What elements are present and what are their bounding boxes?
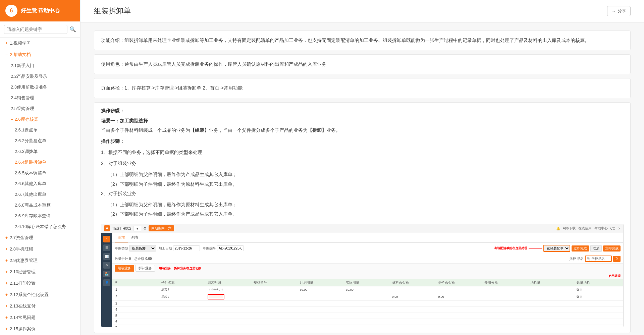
sidebar-item-stocktake[interactable]: 2.6.1盘点单 — [0, 125, 80, 135]
ss-lower-col-actual-usage: 实际用量 — [345, 280, 390, 285]
sidebar-item-customize[interactable]: + 2.12系统个性化设置 — [0, 289, 80, 300]
ss-sidebar-home[interactable]: ⌂ — [103, 236, 110, 242]
ss-select-type[interactable]: 组装拆卸 — [129, 245, 156, 252]
ss-field-date: 加工日期 — [159, 245, 200, 251]
ss-help-center: 帮助中心 — [594, 226, 608, 231]
sidebar-item-other-out[interactable]: 2.6.7其他出库单 — [0, 189, 80, 200]
ss-input-no[interactable] — [217, 245, 244, 251]
sidebar-item-videos[interactable]: + 1.视频学习 — [0, 38, 80, 49]
ss-lower-col-mat-amount: 材料总金额 — [391, 280, 436, 285]
ss-label-no: 单据编号 — [203, 246, 216, 251]
ss-label-type: 单据类型 — [115, 246, 128, 251]
ss-row-delete[interactable]: ✕ — [580, 288, 582, 292]
ss-sidebar-list[interactable]: ☰ — [103, 244, 110, 251]
ss-period-selector[interactable]: ▼ — [133, 226, 141, 231]
ss-bell-icon: 🔔 — [556, 227, 560, 230]
sidebar-item-install[interactable]: 2.2产品安装及登录 — [0, 71, 80, 82]
plus-icon: + — [5, 304, 8, 309]
ss-settings-icon: ⚙ — [143, 226, 147, 231]
step2-2: （2）下部明细为子件明细，最终作为原材料生成其它出库单。 — [108, 180, 624, 188]
sidebar-item-other-in[interactable]: 2.6.6其他入库单 — [0, 178, 80, 189]
ss-apply-btn[interactable]: 立 — [613, 256, 621, 262]
ss-topbar: 6 TEST-H002 ▼ ⚙ 同期期间一六 🔔 App下载 在线使用 帮助中心… — [101, 224, 623, 233]
ss-lower-col-plan-usage: 计划用量 — [299, 280, 344, 285]
ss-lower-input[interactable] — [208, 294, 224, 299]
ss-annotation-config: 有装配清单的在这里处理 — [494, 246, 527, 250]
step3: 3、对于拆装业务 — [101, 189, 624, 198]
sidebar-item-cases[interactable]: + 2.15操作案例 — [0, 323, 80, 335]
sidebar-item-cost-adjust[interactable]: 2.6.5成本调整单 — [0, 168, 80, 178]
ss-tab-new[interactable]: 新增 — [115, 233, 128, 242]
ss-row-copy-2[interactable]: ⧉ — [577, 295, 579, 299]
sidebar-item-transfer[interactable]: 2.6.3调拨单 — [0, 146, 80, 157]
ss-apply-annotation-row: 启用处理 — [112, 273, 623, 279]
ss-lower-row-1: 1 黑粒1 （小手+小） 30.00 30.00 — [112, 286, 623, 293]
plus-icon: + — [5, 41, 8, 46]
ss-sidebar-graph[interactable]: 📊 — [103, 253, 110, 260]
nav-section: + 1.视频学习 − 2.帮助文档 2.1新手入门 2.2产品安装及登录 2.3… — [0, 38, 80, 335]
sidebar-item-ledger-query[interactable]: 2.6.9库存账本查询 — [0, 211, 80, 221]
search-button[interactable]: 🔍 — [69, 26, 76, 33]
sidebar-item-label: 2.8手机旺铺 — [10, 246, 33, 252]
plus-icon: + — [5, 281, 8, 286]
ss-app-logo: 6 — [104, 225, 110, 231]
ss-disassembly-btn[interactable]: 拆卸业务 — [136, 265, 155, 272]
ss-orange-period-btn[interactable]: 同期期间一六 — [149, 225, 174, 231]
ss-lower-col-consume: 消耗量 — [530, 280, 574, 285]
sidebar-item-payment[interactable]: + 2.13在线支付 — [0, 300, 80, 312]
ss-assembly-btn[interactable]: 组装业务 — [115, 265, 134, 272]
sidebar-item-sales[interactable]: 2.4销售管理 — [0, 93, 80, 103]
sidebar-item-ledger-wrong[interactable]: 2.6.10库存账本错了怎么办 — [0, 221, 80, 232]
ss-topbar-left: 6 TEST-H002 ▼ ⚙ 同期期间一六 — [104, 225, 174, 231]
sidebar-item-label: 1.视频学习 — [10, 40, 31, 46]
ss-sidebar-settings[interactable]: ⚙ — [103, 262, 110, 269]
ss-sidebar: ⌂ ☰ 📊 ⚙ 🏪 👤 — [101, 233, 112, 327]
plus-icon: + — [5, 247, 8, 252]
ss-select-config[interactable]: 选择装配单 — [543, 245, 570, 252]
sidebar-item-faq[interactable]: + 2.14常见问题 — [0, 312, 80, 323]
search-bar: 🔍 — [0, 21, 80, 38]
ss-type-selector: 组装业务 拆卸业务 组装业务、拆卸业务在这里切换 — [112, 264, 623, 273]
ss-annotation-apply: 启用处理 — [608, 274, 621, 278]
minus-icon-small: − — [11, 117, 13, 122]
sidebar-item-assembly[interactable]: 2.6.4组装拆卸单 — [0, 157, 80, 168]
sidebar-item-operations[interactable]: + 2.10经营管理 — [0, 266, 80, 278]
share-label: 分享 — [618, 8, 626, 14]
ss-confirm-btn[interactable]: 立即完成 — [572, 245, 589, 252]
sidebar-item-cost-recalc[interactable]: 2.6.8商品成本重算 — [0, 200, 80, 211]
share-button[interactable]: → 分享 — [607, 6, 631, 16]
annotation-line-1 — [529, 248, 542, 248]
sidebar-item-help-docs[interactable]: − 2.帮助文档 — [0, 49, 80, 60]
search-input[interactable] — [4, 25, 67, 34]
main-header: 组装拆卸单 → 分享 — [80, 0, 644, 22]
sidebar-item-new-user[interactable]: 2.1新手入门 — [0, 60, 80, 71]
ss-row-copy[interactable]: ⧉ — [577, 288, 579, 292]
sidebar-item-mobile[interactable]: + 2.8手机旺铺 — [0, 243, 80, 255]
role-block: 使用角色：通常由生产人员或库管人员完成拆装业务的操作，库管人员确认原材料的出库和… — [94, 54, 631, 74]
app-logo: 6 — [5, 5, 17, 17]
ss-input-date[interactable] — [173, 245, 200, 251]
ss-lower-row-4: 4 — [112, 307, 623, 313]
ss-lower-col-unit-amount: 单价总金额 — [437, 280, 482, 285]
ss-row-delete-2[interactable]: ✕ — [580, 295, 582, 299]
sidebar-item-print[interactable]: + 2.11打印设置 — [0, 278, 80, 289]
sidebar-item-label: 2.13在线支付 — [10, 303, 36, 309]
sidebar-item-fund[interactable]: + 2.7资金管理 — [0, 232, 80, 243]
share-icon: → — [611, 8, 616, 14]
ss-cancel-btn[interactable]: 取消 — [590, 245, 602, 252]
ss-right-field-area: 货柜 品名 立 — [569, 256, 621, 262]
sidebar-item-coupon[interactable]: + 2.9优惠券管理 — [0, 255, 80, 266]
ss-save-btn[interactable]: 立即完成 — [603, 245, 621, 252]
role-text: 使用角色：通常由生产人员或库管人员完成拆装业务的操作，库管人员确认原材料的出库和… — [101, 61, 326, 67]
ss-right-field-input[interactable] — [585, 256, 612, 262]
sidebar-item-purchase[interactable]: 2.5采购管理 — [0, 103, 80, 114]
ss-tab-list[interactable]: 列表 — [128, 233, 142, 242]
ss-sidebar-store[interactable]: 🏪 — [103, 271, 110, 277]
sidebar-item-inventory[interactable]: − 2.6库存核算 — [0, 114, 80, 125]
sidebar-item-partial-stocktake[interactable]: 2.6.2分量盘点单 — [0, 135, 80, 146]
sidebar-item-label: 2.10经营管理 — [10, 269, 36, 275]
plus-icon: + — [5, 258, 8, 263]
sidebar-item-data-prep[interactable]: 2.3使用前数据准备 — [0, 82, 80, 93]
ss-sidebar-user[interactable]: 👤 — [103, 279, 110, 286]
path-text: 页面路径：1、库存核算->库存管理->组装拆卸单 2、首页->常用功能 — [101, 85, 243, 91]
